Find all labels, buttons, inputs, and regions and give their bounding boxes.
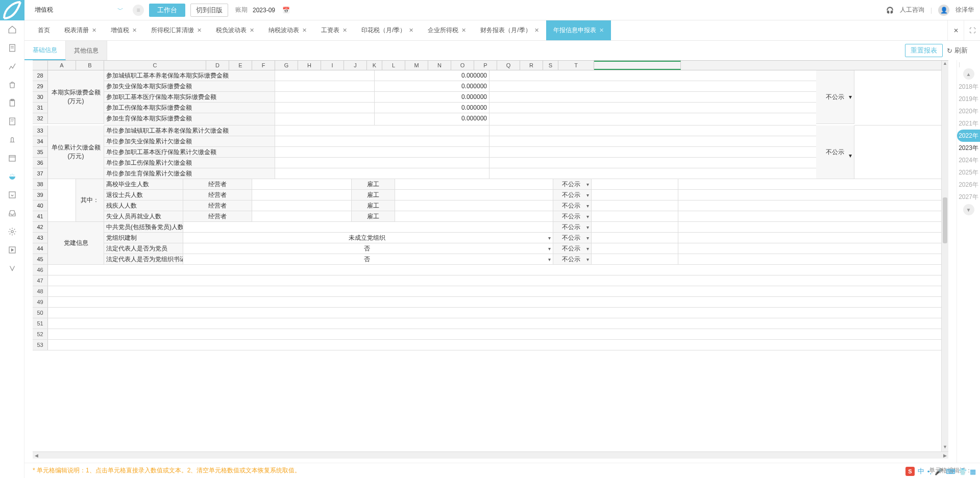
horizontal-scrollbar[interactable]: ◀ ▶ xyxy=(33,451,948,459)
cell[interactable]: 单位参加生育保险累计欠缴金额 xyxy=(104,168,275,179)
cell[interactable] xyxy=(252,211,352,221)
tab-5[interactable]: 纳税波动表✕ xyxy=(261,20,314,40)
nav-inbox-icon[interactable] xyxy=(0,204,24,222)
cell[interactable]: 经营者 xyxy=(183,200,252,211)
nav-bowl-icon[interactable] xyxy=(0,167,24,186)
year-option[interactable]: 2022年 xyxy=(957,130,981,142)
tab-close-icon[interactable]: ✕ xyxy=(92,27,96,34)
col-header[interactable]: J xyxy=(344,61,367,70)
col-header[interactable]: M xyxy=(405,61,428,70)
cell[interactable]: 不公示 xyxy=(553,254,592,264)
year-up-icon[interactable]: ▲ xyxy=(963,68,974,80)
spreadsheet-grid[interactable]: ABCDEFGHIJKLMNOPQRST 2829303132本期实际缴费金额(… xyxy=(33,61,941,451)
nav-archive-icon[interactable] xyxy=(0,186,24,204)
tab-2[interactable]: 增值税✕ xyxy=(104,20,144,40)
nav-clipboard-icon[interactable] xyxy=(0,94,24,112)
cell[interactable] xyxy=(395,211,553,221)
subtab-basic[interactable]: 基础信息 xyxy=(24,41,66,60)
ime-skin-icon[interactable]: 👕 xyxy=(959,468,967,475)
col-header[interactable]: P xyxy=(474,61,497,70)
tab-close-icon[interactable]: ✕ xyxy=(461,27,466,34)
cell[interactable]: 单位参加职工基本医疗保险累计欠缴金额 xyxy=(104,147,275,157)
nav-calc-icon[interactable] xyxy=(0,112,24,131)
year-option[interactable]: 2019年 xyxy=(957,93,981,105)
tab-0[interactable]: 首页 xyxy=(31,20,57,40)
row-header[interactable]: 52 xyxy=(33,329,48,339)
cell[interactable] xyxy=(275,125,489,136)
row-header[interactable]: 46 xyxy=(33,265,48,275)
cell[interactable]: 否 xyxy=(183,243,553,254)
nav-stamp-icon[interactable] xyxy=(0,131,24,149)
cell[interactable] xyxy=(275,158,489,168)
year-option[interactable]: 2018年 xyxy=(957,81,981,93)
year-option[interactable]: 2025年 xyxy=(957,166,981,179)
display-dropdown[interactable]: 不公示 ▾ xyxy=(816,70,854,124)
cell[interactable] xyxy=(275,103,375,113)
cell[interactable] xyxy=(252,200,352,211)
col-header[interactable]: H xyxy=(298,61,321,70)
col-header[interactable]: Q xyxy=(497,61,520,70)
consult-link[interactable]: 人工咨询 xyxy=(900,6,924,14)
cell[interactable] xyxy=(592,222,678,232)
tab-10[interactable]: 年报信息申报表✕ xyxy=(546,20,611,40)
cell[interactable]: 雇工 xyxy=(352,179,395,189)
cell[interactable] xyxy=(48,265,676,275)
nav-v-icon[interactable] xyxy=(0,259,24,278)
cell[interactable]: 0.000000 xyxy=(375,92,489,102)
tab-close-icon[interactable]: ✕ xyxy=(197,27,202,34)
cell[interactable]: 0.000000 xyxy=(375,81,489,91)
cell[interactable]: 参加失业保险本期实际缴费金额 xyxy=(104,81,275,91)
cell[interactable] xyxy=(275,70,375,81)
col-header[interactable]: K xyxy=(367,61,382,70)
tab-1[interactable]: 税表清册✕ xyxy=(57,20,104,40)
cell[interactable]: 不公示 xyxy=(553,179,592,189)
cell[interactable]: 雇工 xyxy=(352,200,395,211)
tab-close-all[interactable]: ✕ xyxy=(947,20,964,40)
cell[interactable]: 退役士兵人数 xyxy=(104,190,183,200)
cell[interactable] xyxy=(592,190,678,200)
cell[interactable]: 不公示 xyxy=(553,200,592,211)
year-option[interactable]: 2021年 xyxy=(957,117,981,130)
cell[interactable] xyxy=(592,211,678,221)
col-header[interactable]: N xyxy=(428,61,451,70)
cell[interactable] xyxy=(395,200,553,211)
cell[interactable]: 不公示 xyxy=(553,211,592,221)
cell[interactable]: 未成立党组织 xyxy=(183,233,553,243)
year-down-icon[interactable]: ▼ xyxy=(963,204,974,215)
reset-report-button[interactable]: 重置报表 xyxy=(905,44,943,57)
tab-close-icon[interactable]: ✕ xyxy=(302,27,307,34)
cell[interactable]: 单位参加工伤保险累计欠缴金额 xyxy=(104,158,275,168)
cell[interactable]: 0.000000 xyxy=(375,103,489,113)
avatar[interactable]: 👤 xyxy=(938,5,949,16)
cell[interactable]: 不公示 xyxy=(553,233,592,243)
col-header[interactable]: D xyxy=(206,61,229,70)
workspace-button[interactable]: 工作台 xyxy=(149,4,185,17)
col-header[interactable]: R xyxy=(520,61,543,70)
cell[interactable] xyxy=(48,329,676,339)
cell[interactable] xyxy=(395,190,553,200)
switch-old-button[interactable]: 切到旧版 xyxy=(190,4,228,17)
ime-toolbox-icon[interactable]: ▦ xyxy=(970,468,976,475)
scroll-down-icon[interactable]: ▼ xyxy=(942,444,948,451)
cell[interactable] xyxy=(183,222,553,232)
nav-play-icon[interactable] xyxy=(0,241,24,259)
cell[interactable]: 法定代表人是否为党组织书记 xyxy=(104,254,183,264)
cell[interactable] xyxy=(275,92,375,102)
cell[interactable]: 参加城镇职工基本养老保险本期实际缴费金额 xyxy=(104,70,275,81)
row-header[interactable]: 47 xyxy=(33,275,48,286)
row-header[interactable]: 48 xyxy=(33,286,48,296)
nav-bag-icon[interactable] xyxy=(0,76,24,94)
cell[interactable]: 参加职工基本医疗保险本期实际缴费金额 xyxy=(104,92,275,102)
cell[interactable]: 高校毕业生人数 xyxy=(104,179,183,189)
cell[interactable]: 经营者 xyxy=(183,190,252,200)
cell[interactable] xyxy=(48,340,676,350)
row-header[interactable]: 49 xyxy=(33,297,48,307)
calendar-icon[interactable]: 📅 xyxy=(282,7,290,14)
cell[interactable]: 否 xyxy=(183,254,553,264)
col-header[interactable]: F xyxy=(252,61,275,70)
cell[interactable] xyxy=(48,286,676,296)
tab-4[interactable]: 税负波动表✕ xyxy=(209,20,261,40)
tab-7[interactable]: 印花税（月/季）✕ xyxy=(354,20,421,40)
company-selector[interactable]: 增值税 ﹀ xyxy=(31,3,128,17)
scroll-right-icon[interactable]: ▶ xyxy=(941,452,948,459)
